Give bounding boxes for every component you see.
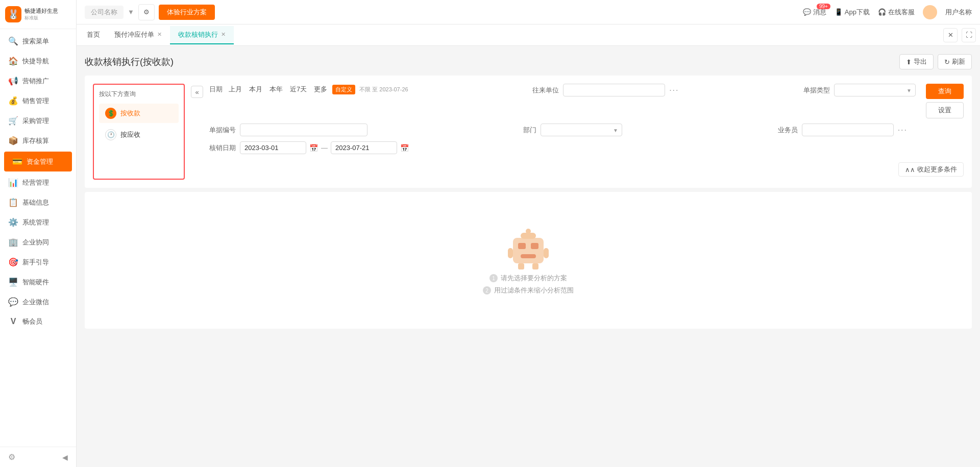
filter-by-receivable[interactable]: 🕐 按应收 <box>99 125 179 144</box>
bill-type-field: 单据类型 <box>803 84 916 96</box>
finance-icon: 💳 <box>12 157 22 166</box>
sidebar-logo: 🐰 畅捷通好生意 标准版 <box>0 0 76 29</box>
sidebar-item-purchase[interactable]: 🛒 采购管理 <box>0 111 76 131</box>
sidebar-item-enterprise[interactable]: 🏢 企业协同 <box>0 232 76 252</box>
guide-icon: 🎯 <box>8 257 18 267</box>
hardware-icon: 🖥️ <box>8 277 18 287</box>
user-name[interactable]: 用户名称 <box>945 8 972 17</box>
page-title: 收款核销执行(按收款) <box>85 56 174 68</box>
basic-info-icon: 📋 <box>8 198 18 207</box>
tabbar: 首页 预付冲应付单 ✕ 收款核销执行 ✕ ✕ ⛶ <box>77 24 980 46</box>
bill-no-field: 单据编号 <box>209 124 368 136</box>
shortcut-this-month[interactable]: 本月 <box>247 84 264 95</box>
sidebar-item-hardware[interactable]: 🖥️ 智能硬件 <box>0 272 76 292</box>
message-button[interactable]: 💬 消息 99+ <box>803 8 826 17</box>
sidebar-item-system[interactable]: ⚙️ 系统管理 <box>0 212 76 232</box>
user-avatar <box>923 5 937 19</box>
collapse-more-row: ∧∧ 收起更多条件 <box>209 159 964 180</box>
date-label: 日期 <box>209 85 223 94</box>
date-field: 日期 上月 本月 本年 近7天 更多 自定义 不限 至 2023-07-26 <box>209 84 408 95</box>
partner-label: 往来单位 <box>532 86 559 95</box>
verify-date-end-calendar-icon[interactable]: 📅 <box>400 144 409 152</box>
sidebar-item-guide[interactable]: 🎯 新手引导 <box>0 252 76 272</box>
app-download-button[interactable]: 📱 App下载 <box>835 8 870 17</box>
receivable-icon: 🕐 <box>105 129 116 140</box>
quick-nav-icon: 🏠 <box>8 56 18 66</box>
enterprise-icon: 🏢 <box>8 237 18 247</box>
verify-date-start-calendar-icon[interactable]: 📅 <box>309 144 318 152</box>
main-content: 公司名称 ▼ ⚙ 体验行业方案 💬 消息 99+ 📱 App下载 🎧 在线客服 … <box>77 0 980 467</box>
shortcut-custom[interactable]: 自定义 <box>332 85 355 94</box>
query-button[interactable]: 查询 <box>926 84 964 99</box>
company-name[interactable]: 公司名称 <box>85 6 124 19</box>
filter-collapse-button[interactable]: « <box>191 86 203 98</box>
tab-prepay-offset[interactable]: 预付冲应付单 ✕ <box>106 26 170 44</box>
action-buttons: 查询 设置 <box>926 84 964 118</box>
sidebar-item-search[interactable]: 🔍 搜索菜单 <box>0 31 76 51</box>
sidebar-item-vip[interactable]: V 畅会员 <box>0 312 76 331</box>
maximize-tab-button[interactable]: ⛶ <box>962 28 976 42</box>
svg-rect-7 <box>532 263 538 269</box>
shortcut-last-month[interactable]: 上月 <box>227 84 244 95</box>
export-button[interactable]: ⬆ 导出 <box>899 54 934 69</box>
tab-close-prepay[interactable]: ✕ <box>157 31 162 38</box>
sidebar-collapse-icon[interactable]: ◀ <box>62 453 68 461</box>
verify-date-field: 核销日期 📅 — 📅 <box>209 141 409 154</box>
bill-type-select[interactable] <box>834 84 916 96</box>
partner-more-btn[interactable]: ··· <box>669 86 679 95</box>
header-actions: ⬆ 导出 ↻ 刷新 <box>899 54 972 69</box>
sidebar-item-sales[interactable]: 💰 销售管理 <box>0 91 76 111</box>
industry-solution-button[interactable]: 体验行业方案 <box>159 5 215 20</box>
sidebar-item-inventory[interactable]: 📦 库存核算 <box>0 131 76 151</box>
sidebar-settings-icon[interactable]: ⚙ <box>8 452 15 462</box>
bill-no-label: 单据编号 <box>209 126 236 135</box>
svg-rect-6 <box>518 263 524 269</box>
app-icon: 📱 <box>835 8 843 16</box>
partner-field: 往来单位 ··· <box>532 84 679 96</box>
date-dash: — <box>321 144 328 152</box>
sales-icon: 💰 <box>8 96 18 106</box>
svg-point-9 <box>526 229 531 234</box>
date-no-limit: 不限 至 2023-07-26 <box>359 86 408 93</box>
filter-panel-title: 按以下方查询 <box>99 90 179 99</box>
tab-close-receipt[interactable]: ✕ <box>221 31 226 38</box>
dept-select[interactable] <box>541 124 622 136</box>
close-tab-button[interactable]: ✕ <box>943 28 958 42</box>
shortcut-more[interactable]: 更多 <box>312 84 329 95</box>
refresh-button[interactable]: ↻ 刷新 <box>938 54 972 69</box>
shortcut-this-year[interactable]: 本年 <box>267 84 285 95</box>
sidebar-item-wechat[interactable]: 💬 企业微信 <box>0 292 76 312</box>
verify-date-start-input[interactable] <box>240 141 306 154</box>
setting-button[interactable]: 设置 <box>926 102 964 118</box>
sidebar-item-basic-info[interactable]: 📋 基础信息 <box>0 192 76 212</box>
partner-input[interactable] <box>563 84 665 96</box>
topbar: 公司名称 ▼ ⚙ 体验行业方案 💬 消息 99+ 📱 App下载 🎧 在线客服 … <box>77 0 980 24</box>
search-menu-icon: 🔍 <box>8 36 18 46</box>
filter-by-receipt[interactable]: 💲 按收款 <box>99 104 179 123</box>
hint-num-1: 1 <box>489 274 498 282</box>
sidebar-item-finance[interactable]: 💳 资金管理 <box>4 152 72 171</box>
dept-field: 部门 <box>523 124 622 136</box>
bill-no-input[interactable] <box>240 124 368 136</box>
employee-label: 业务员 <box>778 126 798 135</box>
logo-icon: 🐰 <box>5 6 21 22</box>
verify-date-end-input[interactable] <box>331 141 397 154</box>
sidebar-item-quick-nav[interactable]: 🏠 快捷导航 <box>0 51 76 71</box>
tab-home[interactable]: 首页 <box>81 26 106 44</box>
sidebar-item-operations[interactable]: 📊 经营管理 <box>0 173 76 192</box>
sidebar-item-marketing[interactable]: 📢 营销推广 <box>0 71 76 91</box>
empty-illustration <box>503 223 554 274</box>
tab-receipt-offset[interactable]: 收款核销执行 ✕ <box>170 26 234 44</box>
company-dropdown-icon[interactable]: ▼ <box>128 8 134 16</box>
collapse-more-button[interactable]: ∧∧ 收起更多条件 <box>898 162 964 177</box>
shortcut-7-days[interactable]: 近7天 <box>288 84 309 95</box>
settings-button[interactable]: ⚙ <box>138 4 155 20</box>
topbar-left: 公司名称 ▼ ⚙ 体验行业方案 <box>85 4 797 20</box>
filter-row-2: 单据编号 部门 <box>209 124 964 136</box>
employee-input[interactable] <box>802 124 894 136</box>
dept-label: 部门 <box>523 126 536 135</box>
employee-more-btn[interactable]: ··· <box>898 126 908 135</box>
svg-rect-1 <box>518 243 526 249</box>
logo-text: 畅捷通好生意 标准版 <box>24 7 58 21</box>
online-service-button[interactable]: 🎧 在线客服 <box>878 8 915 17</box>
